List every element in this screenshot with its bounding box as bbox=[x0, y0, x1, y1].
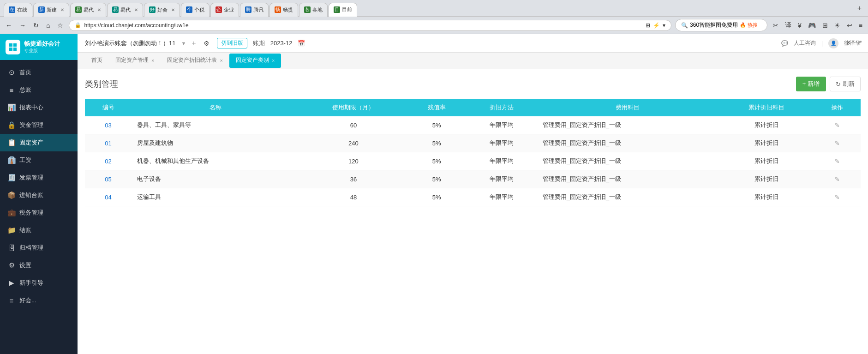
game-icon[interactable]: 🎮 bbox=[806, 21, 818, 30]
page-tab-close-fixed-asset-category[interactable]: × bbox=[272, 58, 275, 63]
row-expense-account: 管理费用_固定资产折旧_一级 bbox=[537, 170, 719, 188]
browser-chrome: 在在线新新建✕易易代✕易易代✕好好会✕个个税企企业腾腾讯畅畅提各各地目目前 + bbox=[0, 0, 868, 17]
browser-tab-tab9[interactable]: 畅畅提 bbox=[269, 3, 298, 17]
browser-tab-tab7[interactable]: 企企业 bbox=[210, 3, 239, 17]
brightness-icon[interactable]: ☀ bbox=[832, 21, 842, 30]
calendar-icon[interactable]: 📅 bbox=[298, 40, 305, 47]
translate-icon[interactable]: 译 bbox=[783, 20, 793, 30]
add-button[interactable]: + 新增 bbox=[796, 77, 826, 91]
refresh-browser-button[interactable]: ↻ bbox=[31, 20, 41, 31]
sidebar-item-icon-fixed-asset: 📋 bbox=[7, 138, 16, 147]
currency-icon[interactable]: ¥ bbox=[796, 21, 803, 30]
row-residual: 5% bbox=[407, 170, 466, 188]
browser-toolbar: ✂ 译 ¥ 🎮 ⊞ ☀ ↩ ≡ bbox=[771, 20, 864, 30]
logo-text-area: 畅捷通好会计 专业版 bbox=[24, 40, 60, 54]
url-dropdown-icon[interactable]: ▾ bbox=[663, 22, 665, 29]
old-version-button[interactable]: 切到旧版 bbox=[217, 38, 247, 48]
browser-tab-tab6[interactable]: 个个税 bbox=[181, 3, 210, 17]
row-method: 年限平均 bbox=[466, 134, 537, 152]
bookmark-button[interactable]: ☆ bbox=[55, 20, 65, 31]
tab-close-icon[interactable]: ✕ bbox=[97, 7, 101, 12]
table-column-header: 编号 bbox=[85, 99, 132, 116]
sidebar-item-settings[interactable]: ⚙设置 bbox=[0, 257, 78, 274]
browser-tab-tab8[interactable]: 腾腾讯 bbox=[240, 3, 269, 17]
tab-close-icon[interactable]: ✕ bbox=[134, 7, 138, 12]
table-column-header: 使用期限（月） bbox=[300, 99, 407, 116]
search-bar[interactable]: 🔍 360智能抠图免费用 🔥 热搜 bbox=[675, 19, 767, 31]
sidebar-item-salary[interactable]: 👔工资 bbox=[0, 151, 78, 169]
tab-label: 目前 bbox=[342, 6, 352, 13]
browser-tab-tab5[interactable]: 好好会✕ bbox=[144, 3, 180, 17]
sidebar-item-closing[interactable]: 📁结账 bbox=[0, 222, 78, 239]
sidebar: 畅捷通好会计 专业版 ⊙首页≡总账📊报表中心🔒资金管理📋固定资产👔工资🧾发票管理… bbox=[0, 34, 78, 354]
page-tab-close-depreciation-stats[interactable]: × bbox=[220, 58, 222, 63]
header-add-btn[interactable]: + bbox=[192, 39, 196, 48]
consult-icon: 💬 bbox=[781, 40, 788, 47]
window-maximize-icon[interactable]: ⤢ bbox=[855, 38, 864, 47]
sidebar-item-invoice[interactable]: 🧾发票管理 bbox=[0, 169, 78, 186]
sidebar-item-archive[interactable]: 🗄归档管理 bbox=[0, 239, 78, 257]
edit-button[interactable]: ✎ bbox=[834, 139, 840, 147]
tab-close-icon[interactable]: ✕ bbox=[171, 7, 175, 12]
sidebar-item-purchase-sale[interactable]: 📦进销台账 bbox=[0, 186, 78, 204]
url-bar[interactable]: 🔒 https://cloud.chanjet.com/accounting/u… bbox=[69, 20, 671, 31]
row-depreciation-account: 累计折旧 bbox=[718, 170, 814, 188]
page-tab-fixed-asset-category[interactable]: 固定资产类别× bbox=[229, 54, 281, 68]
home-browser-button[interactable]: ⌂ bbox=[44, 20, 52, 31]
browser-tab-tab11[interactable]: 目目前 bbox=[329, 3, 357, 17]
forward-button[interactable]: → bbox=[18, 20, 28, 31]
header-dropdown-arrow[interactable]: ▼ bbox=[181, 41, 186, 46]
lightning-icon[interactable]: ⚡ bbox=[653, 22, 660, 29]
tab-close-icon[interactable]: ✕ bbox=[60, 7, 64, 12]
row-period: 36 bbox=[300, 170, 407, 188]
grid-icon[interactable]: ⊞ bbox=[820, 21, 830, 30]
user-name: 刘小艳演示账套（勿删勿动！）11 bbox=[85, 39, 175, 48]
refresh-button[interactable]: ↻ 刷新 bbox=[830, 77, 861, 91]
row-period: 240 bbox=[300, 134, 407, 152]
app-container: 畅捷通好会计 专业版 ⊙首页≡总账📊报表中心🔒资金管理📋固定资产👔工资🧾发票管理… bbox=[0, 34, 868, 354]
page-tab-close-fixed-asset-mgmt[interactable]: × bbox=[151, 58, 154, 63]
browser-tab-tab10[interactable]: 各各地 bbox=[299, 3, 328, 17]
browser-tab-tab3[interactable]: 易易代✕ bbox=[70, 3, 106, 17]
row-depreciation-account: 累计折旧 bbox=[718, 152, 814, 170]
logo-title: 畅捷通好会计 bbox=[24, 40, 60, 48]
edit-button[interactable]: ✎ bbox=[834, 121, 840, 129]
browser-tab-tab1[interactable]: 在在线 bbox=[4, 3, 32, 17]
data-table: 编号名称使用期限（月）残值率折旧方法费用科目累计折旧科目操作 03器具、工具、家… bbox=[85, 99, 861, 206]
row-period: 48 bbox=[300, 188, 407, 206]
consult-label[interactable]: 人工咨询 bbox=[794, 39, 816, 47]
new-tab-button[interactable]: + bbox=[855, 4, 864, 12]
table-header-row: 编号名称使用期限（月）残值率折旧方法费用科目累计折旧科目操作 bbox=[85, 99, 861, 116]
undo-icon[interactable]: ↩ bbox=[845, 21, 854, 30]
browser-tab-tab4[interactable]: 易易代✕ bbox=[107, 3, 143, 17]
edit-button[interactable]: ✎ bbox=[834, 193, 840, 201]
sidebar-item-fund[interactable]: 🔒资金管理 bbox=[0, 116, 78, 134]
page-title-row: 类别管理 + 新增 ↻ 刷新 bbox=[85, 77, 861, 91]
sidebar-item-guide[interactable]: ▶新手引导 bbox=[0, 274, 78, 292]
sidebar-item-tax[interactable]: 💼税务管理 bbox=[0, 204, 78, 222]
table-column-header: 名称 bbox=[132, 99, 299, 116]
sidebar-item-report[interactable]: 📊报表中心 bbox=[0, 99, 78, 116]
sidebar-item-more[interactable]: ≡好会... bbox=[0, 292, 78, 309]
page-tab-depreciation-stats[interactable]: 固定资产折旧统计表× bbox=[161, 54, 229, 68]
table-row: 01房屋及建筑物2405%年限平均管理费用_固定资产折旧_一级累计折旧✎ bbox=[85, 134, 861, 152]
edit-button[interactable]: ✎ bbox=[834, 157, 840, 165]
menu-icon[interactable]: ≡ bbox=[857, 21, 864, 30]
sidebar-item-home[interactable]: ⊙首页 bbox=[0, 64, 78, 81]
cut-icon[interactable]: ✂ bbox=[771, 21, 780, 30]
sidebar-item-fixed-asset[interactable]: 📋固定资产 bbox=[0, 134, 78, 151]
table-column-header: 折旧方法 bbox=[466, 99, 537, 116]
row-method: 年限平均 bbox=[466, 188, 537, 206]
row-name: 机器、机械和其他生产设备 bbox=[132, 152, 299, 170]
page-tab-fixed-asset-mgmt[interactable]: 固定资产管理× bbox=[109, 54, 161, 68]
sidebar-item-ledger[interactable]: ≡总账 bbox=[0, 81, 78, 99]
main-content: 类别管理 + 新增 ↻ 刷新 编号名称使用期限（月）残值率折旧方法费用科目累计折… bbox=[78, 69, 868, 354]
site-info-icon[interactable]: ⊞ bbox=[646, 22, 650, 29]
browser-tab-tab2[interactable]: 新新建✕ bbox=[33, 3, 69, 17]
page-tab-home[interactable]: 首页 bbox=[85, 54, 109, 68]
window-close-icon[interactable]: ✕ bbox=[844, 38, 853, 47]
table-header: 编号名称使用期限（月）残值率折旧方法费用科目累计折旧科目操作 bbox=[85, 99, 861, 116]
edit-button[interactable]: ✎ bbox=[834, 175, 840, 183]
back-button[interactable]: ← bbox=[4, 20, 14, 31]
header-settings-icon[interactable]: ⚙ bbox=[202, 39, 211, 48]
